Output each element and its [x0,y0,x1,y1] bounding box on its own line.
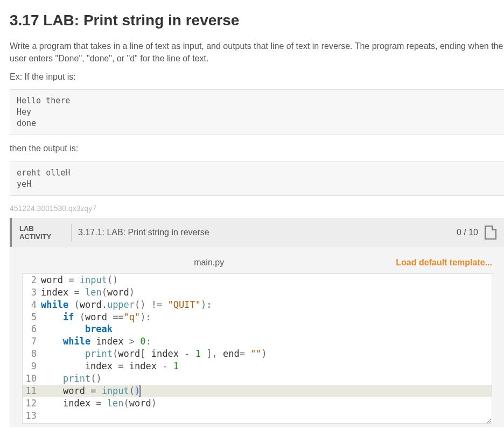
code-line[interactable]: 11 word = input() [23,385,492,397]
line-content[interactable]: index = len(word) [41,286,492,299]
lab-score: 0 / 10 [457,227,478,238]
line-content[interactable]: index = index - 1 [41,360,492,372]
line-number: 5 [23,311,41,324]
line-number: 6 [23,323,41,335]
line-number: 8 [23,348,41,360]
line-content[interactable]: word = input() [41,385,492,397]
editor-header: main.py Load default template... [22,257,492,269]
divider [71,223,72,242]
code-line[interactable]: 5 if (word =="q"): [23,311,492,324]
code-line[interactable]: 6 break [23,323,492,335]
code-line[interactable]: 4while (word.upper() != "QUIT"): [23,299,492,311]
line-number: 3 [23,286,41,299]
line-number: 12 [23,397,41,410]
line-content[interactable]: print() [41,372,492,385]
instructions-text: Write a program that takes in a line of … [10,40,504,65]
line-number: 13 [23,410,41,422]
line-content[interactable] [41,410,492,422]
code-line[interactable]: 12 index = len(word) [23,397,492,410]
line-content[interactable]: if (word =="q"): [41,311,492,324]
load-default-template-link[interactable]: Load default template... [396,257,492,269]
page-icon[interactable] [485,226,496,240]
line-number: 2 [23,274,41,286]
line-number: 9 [23,360,41,372]
filename-label: main.py [22,257,396,269]
example-input-block: Hello there Hey done [10,89,504,135]
example-intro: Ex: If the input is: [10,71,504,83]
line-content[interactable]: break [41,323,492,335]
code-line[interactable]: 10 print() [23,372,492,385]
line-content[interactable]: while index > 0: [41,335,492,348]
line-content[interactable]: while (word.upper() != "QUIT"): [41,299,492,311]
lab-activity-tag: LAB ACTIVITY [19,224,68,241]
page-title: 3.17 LAB: Print string in reverse [10,10,504,31]
line-number: 11 [23,385,41,397]
editor-panel: main.py Load default template... 2word =… [10,247,504,427]
code-line[interactable]: 8 print(word[ index - 1 ], end= "") [23,348,492,360]
text-cursor [139,386,140,396]
lab-tag-line2: ACTIVITY [19,233,68,241]
lab-title: 3.17.1: LAB: Print string in reverse [78,227,457,238]
line-content[interactable]: word = input() [41,274,492,286]
line-content[interactable]: print(word[ index - 1 ], end= "") [41,348,492,360]
line-number: 4 [23,299,41,311]
lab-tag-line1: LAB [19,224,68,233]
line-number: 7 [23,335,41,348]
question-id: 451224.3001530.qx3zqy7 [10,203,504,214]
lab-activity-header: LAB ACTIVITY 3.17.1: LAB: Print string i… [10,218,504,247]
line-content[interactable]: index = len(word) [41,397,492,410]
code-line[interactable]: 9 index = index - 1 [23,360,492,372]
code-line[interactable]: 3index = len(word) [23,286,492,299]
code-line[interactable]: 7 while index > 0: [23,335,492,348]
code-editor[interactable]: 2word = input()3index = len(word)4while … [22,273,492,424]
code-line[interactable]: 2word = input() [23,274,492,286]
output-intro: then the output is: [10,143,504,154]
code-line[interactable]: 13 [23,410,492,422]
example-output-block: ereht olleH yeH [10,161,504,196]
line-number: 10 [23,372,41,385]
